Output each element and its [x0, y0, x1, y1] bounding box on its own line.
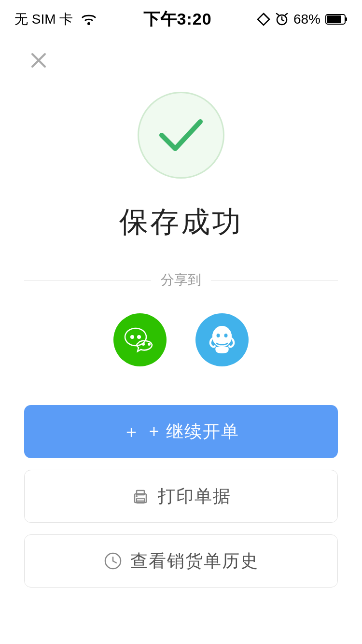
divider-line-left [24, 280, 151, 280]
view-history-button[interactable]: 查看销货单历史 [24, 534, 338, 588]
status-left: 无 SIM 卡 [14, 10, 98, 28]
status-right: 68% [257, 12, 348, 27]
share-icons-row [113, 313, 249, 366]
close-button[interactable] [24, 46, 53, 75]
status-bar: 无 SIM 卡 下午3:20 68% [0, 0, 362, 39]
history-label: 查看销货单历史 [130, 549, 259, 573]
success-title: 保存成功 [119, 203, 243, 242]
svg-point-13 [137, 335, 141, 339]
svg-point-25 [136, 495, 138, 497]
share-divider: 分享到 [24, 271, 338, 289]
wechat-share-button[interactable] [113, 313, 167, 366]
svg-line-4 [277, 14, 278, 15]
continue-label: + 继续开单 [149, 420, 239, 444]
svg-point-19 [224, 334, 228, 337]
svg-point-17 [212, 326, 232, 347]
main-content: 保存成功 分享到 [0, 39, 362, 588]
print-button[interactable]: 打印单据 [24, 470, 338, 523]
svg-rect-8 [345, 17, 347, 21]
battery-percent: 68% [293, 12, 320, 27]
svg-point-0 [87, 22, 90, 25]
svg-point-12 [130, 335, 134, 339]
svg-line-5 [285, 14, 287, 15]
printer-icon [131, 487, 150, 506]
qq-icon [206, 323, 238, 357]
history-icon [103, 551, 123, 571]
success-circle [138, 92, 224, 179]
svg-line-3 [282, 20, 284, 21]
print-label: 打印单据 [158, 485, 231, 508]
continue-order-button[interactable]: ＋ + 继续开单 [24, 405, 338, 458]
no-sim-text: 无 SIM 卡 [14, 10, 73, 28]
action-buttons: ＋ + 继续开单 打印单据 查看销货单历史 [24, 405, 338, 588]
location-icon [257, 13, 270, 26]
wifi-icon [80, 13, 98, 26]
divider-line-right [211, 280, 338, 280]
svg-line-28 [113, 561, 116, 563]
wechat-icon [124, 325, 156, 354]
battery-icon [325, 14, 348, 25]
svg-point-18 [217, 334, 220, 337]
svg-point-15 [148, 343, 151, 346]
continue-icon: ＋ [123, 420, 141, 444]
checkmark-icon [157, 116, 205, 154]
svg-rect-7 [327, 15, 341, 23]
alarm-icon [275, 13, 289, 26]
status-time: 下午3:20 [143, 8, 212, 30]
qq-share-button[interactable] [195, 313, 249, 366]
share-label: 分享到 [161, 271, 201, 289]
close-icon [28, 50, 49, 70]
svg-point-14 [142, 343, 145, 346]
